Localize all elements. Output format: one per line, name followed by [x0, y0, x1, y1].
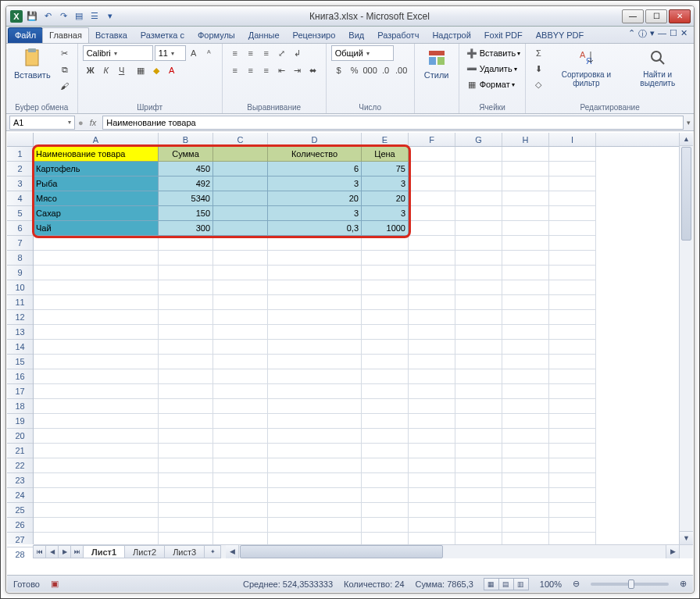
- cell-F19[interactable]: [409, 414, 455, 429]
- cell-A16[interactable]: [34, 369, 159, 384]
- hscroll-thumb[interactable]: [240, 545, 443, 558]
- cell-F24[interactable]: [409, 488, 455, 503]
- cell-D20[interactable]: [268, 429, 362, 444]
- help-icon[interactable]: ⓘ: [638, 28, 647, 40]
- cell-G13[interactable]: [455, 325, 502, 340]
- cell-D26[interactable]: [268, 518, 362, 533]
- comma-icon[interactable]: 000: [362, 62, 378, 78]
- cell-B22[interactable]: [159, 458, 213, 473]
- cell-G7[interactable]: [455, 236, 502, 251]
- cell-B18[interactable]: [159, 399, 213, 414]
- col-header-H[interactable]: H: [502, 133, 549, 146]
- cell-C6[interactable]: [213, 221, 268, 236]
- cell-G6[interactable]: [455, 221, 502, 236]
- cell-H16[interactable]: [502, 369, 549, 384]
- cell-H2[interactable]: [502, 162, 549, 176]
- cell-A20[interactable]: [34, 429, 159, 444]
- cell-F16[interactable]: [409, 369, 455, 384]
- cell-E3[interactable]: 3: [362, 176, 409, 191]
- zoom-level[interactable]: 100%: [540, 579, 562, 589]
- cell-A19[interactable]: [34, 414, 159, 429]
- cell-A25[interactable]: [34, 503, 159, 518]
- cell-B5[interactable]: 150: [159, 206, 213, 221]
- cell-F14[interactable]: [409, 340, 455, 355]
- cell-I9[interactable]: [549, 266, 596, 280]
- orientation-icon[interactable]: ⤢: [274, 45, 290, 61]
- sheet-tab-2[interactable]: Лист3: [164, 545, 205, 558]
- cell-D2[interactable]: 6: [268, 162, 362, 176]
- cell-B24[interactable]: [159, 488, 213, 503]
- cell-D19[interactable]: [268, 414, 362, 429]
- ribbon-minimize-icon[interactable]: ⌃: [628, 28, 635, 40]
- cell-A26[interactable]: [34, 518, 159, 533]
- cell-H15[interactable]: [502, 355, 549, 369]
- cell-C22[interactable]: [213, 458, 268, 473]
- maximize-button[interactable]: ☐: [645, 9, 667, 23]
- row-header-15[interactable]: 15: [7, 355, 33, 369]
- row-header-1[interactable]: 1: [7, 147, 33, 162]
- scroll-down-icon[interactable]: ▼: [680, 531, 693, 544]
- cell-H22[interactable]: [502, 458, 549, 473]
- cell-G8[interactable]: [455, 251, 502, 266]
- cell-B25[interactable]: [159, 503, 213, 518]
- cell-B16[interactable]: [159, 369, 213, 384]
- align-right-icon[interactable]: ≡: [259, 62, 274, 78]
- border-icon[interactable]: ▦: [133, 62, 148, 78]
- cell-G24[interactable]: [455, 488, 502, 503]
- format-painter-icon[interactable]: 🖌: [57, 78, 73, 94]
- view-normal-icon[interactable]: ▦: [484, 578, 499, 590]
- cell-G17[interactable]: [455, 384, 502, 399]
- sheet-tab-0[interactable]: Лист1: [83, 545, 125, 558]
- cell-C2[interactable]: [213, 162, 268, 176]
- decrease-indent-icon[interactable]: ⇤: [274, 62, 290, 78]
- cell-D13[interactable]: [268, 325, 362, 340]
- scroll-right-icon[interactable]: ▶: [666, 545, 679, 558]
- cell-F21[interactable]: [409, 444, 455, 458]
- cells-delete-button[interactable]: ➖Удалить▾: [464, 61, 517, 77]
- cell-E24[interactable]: [362, 488, 409, 503]
- cell-D4[interactable]: 20: [268, 191, 362, 206]
- cell-C20[interactable]: [213, 429, 268, 444]
- cell-I10[interactable]: [549, 280, 596, 295]
- fill-icon[interactable]: ⬇: [530, 61, 546, 77]
- cell-G21[interactable]: [455, 444, 502, 458]
- italic-button[interactable]: К: [98, 62, 114, 78]
- sheet-nav-prev-icon[interactable]: ◀: [45, 545, 59, 558]
- sheet-tab-1[interactable]: Лист2: [124, 545, 165, 558]
- cell-D25[interactable]: [268, 503, 362, 518]
- cell-I12[interactable]: [549, 310, 596, 325]
- cell-D8[interactable]: [268, 251, 362, 266]
- cell-A13[interactable]: [34, 325, 159, 340]
- sheet-nav-first-icon[interactable]: ⏮: [33, 545, 46, 558]
- cell-F23[interactable]: [409, 473, 455, 488]
- cell-I24[interactable]: [549, 488, 596, 503]
- cell-C18[interactable]: [213, 399, 268, 414]
- cell-A1[interactable]: Наименование товара: [34, 147, 159, 162]
- cell-E6[interactable]: 1000: [362, 221, 409, 236]
- col-header-E[interactable]: E: [362, 133, 409, 146]
- align-center-icon[interactable]: ≡: [243, 62, 259, 78]
- cell-C3[interactable]: [213, 176, 268, 191]
- cell-E16[interactable]: [362, 369, 409, 384]
- cell-C16[interactable]: [213, 369, 268, 384]
- cell-I6[interactable]: [549, 221, 596, 236]
- cell-H4[interactable]: [502, 191, 549, 206]
- cell-E5[interactable]: 3: [362, 206, 409, 221]
- row-header-27[interactable]: 27: [7, 533, 33, 547]
- tab-9[interactable]: Foxit PDF: [477, 27, 530, 43]
- close-button[interactable]: ✕: [669, 9, 691, 23]
- row-header-4[interactable]: 4: [7, 191, 33, 206]
- fill-color-icon[interactable]: ◆: [148, 62, 164, 78]
- cell-E2[interactable]: 75: [362, 162, 409, 176]
- col-header-D[interactable]: D: [268, 133, 362, 146]
- clear-icon[interactable]: ◇: [530, 77, 546, 92]
- cell-H17[interactable]: [502, 384, 549, 399]
- cell-B10[interactable]: [159, 280, 213, 295]
- tab-2[interactable]: Разметка с: [134, 27, 191, 43]
- cell-D24[interactable]: [268, 488, 362, 503]
- vertical-scrollbar[interactable]: ▲ ▼: [679, 133, 693, 544]
- cell-H10[interactable]: [502, 280, 549, 295]
- tab-file[interactable]: Файл: [8, 27, 43, 43]
- cell-G22[interactable]: [455, 458, 502, 473]
- tab-0[interactable]: Главная: [42, 27, 89, 43]
